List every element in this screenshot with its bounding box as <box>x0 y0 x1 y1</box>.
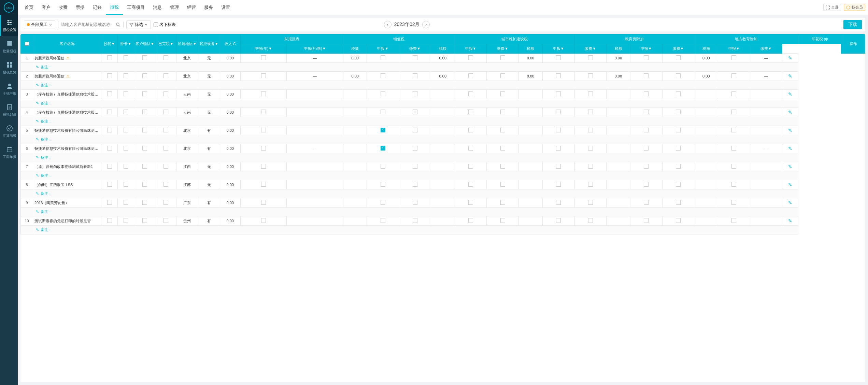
empty-checkbox[interactable] <box>124 128 128 132</box>
empty-checkbox[interactable] <box>676 200 681 205</box>
local-jiao-cell[interactable] <box>662 216 694 226</box>
th-huaka[interactable]: 滑卡▼ <box>118 34 134 54</box>
checked-checkbox[interactable] <box>381 128 385 132</box>
city-shen-cell[interactable] <box>455 216 487 226</box>
vat-shen-cell[interactable] <box>367 198 399 208</box>
stamp-shen-cell[interactable] <box>718 144 750 153</box>
empty-checkbox[interactable] <box>731 110 736 114</box>
empty-checkbox[interactable] <box>731 146 736 151</box>
city-shen-cell[interactable] <box>455 180 487 189</box>
empty-checkbox[interactable] <box>413 182 417 187</box>
empty-checkbox[interactable] <box>556 110 561 114</box>
edu-jiao-cell[interactable] <box>574 54 607 63</box>
ops-cell[interactable]: ✎ <box>782 216 798 226</box>
empty-checkbox[interactable] <box>731 200 736 205</box>
note-cell[interactable]: ✎ 备注： <box>33 81 798 90</box>
empty-checkbox[interactable] <box>644 55 649 60</box>
ops-cell[interactable]: ✎ <box>782 54 798 63</box>
edu-shen-cell[interactable] <box>542 216 574 226</box>
local-shen-cell[interactable] <box>630 108 662 117</box>
empty-checkbox[interactable] <box>588 73 593 78</box>
vat-jiao-cell[interactable] <box>399 216 431 226</box>
city-jiao-cell[interactable] <box>487 72 519 81</box>
empty-checkbox[interactable] <box>124 73 128 78</box>
empty-checkbox[interactable] <box>163 218 168 223</box>
sidebar-item-clearance[interactable]: 汇算清缴 <box>0 121 18 142</box>
city-shen-cell[interactable] <box>455 144 487 153</box>
confirm-cell[interactable] <box>134 54 156 63</box>
empty-checkbox[interactable] <box>556 91 561 96</box>
note-cell[interactable]: ✎ 备注： <box>33 117 798 126</box>
empty-checkbox[interactable] <box>500 218 505 223</box>
fin-year-cell[interactable] <box>240 144 286 153</box>
sidebar-item-batch-tax[interactable]: 批量报税 <box>0 36 18 57</box>
huaka-cell[interactable] <box>118 180 134 189</box>
city-jiao-cell[interactable] <box>487 126 519 135</box>
note-cell[interactable]: ✎ 备注： <box>33 189 798 198</box>
th-city-jiao[interactable]: 缴费▼ <box>487 44 519 54</box>
empty-checkbox[interactable] <box>107 200 112 205</box>
empty-checkbox[interactable] <box>731 218 736 223</box>
stamp-shen-cell[interactable] <box>718 72 750 81</box>
city-jiao-cell[interactable] <box>487 216 519 226</box>
chaoshu-cell[interactable] <box>101 72 118 81</box>
vat-jiao-cell[interactable] <box>399 72 431 81</box>
vat-shen-cell[interactable] <box>367 108 399 117</box>
empty-checkbox[interactable] <box>413 200 417 205</box>
paid-cell[interactable] <box>156 144 176 153</box>
confirm-cell[interactable] <box>134 180 156 189</box>
edu-shen-cell[interactable] <box>542 90 574 99</box>
empty-checkbox[interactable] <box>500 91 505 96</box>
empty-checkbox[interactable] <box>261 182 266 187</box>
ops-cell[interactable]: ✎ <box>782 144 798 153</box>
note-cell[interactable]: ✎ 备注： <box>33 171 798 180</box>
city-jiao-cell[interactable] <box>487 198 519 208</box>
empty-checkbox[interactable] <box>676 164 681 169</box>
empty-checkbox[interactable] <box>261 146 266 151</box>
chaoshu-cell[interactable] <box>101 216 118 226</box>
edu-shen-cell[interactable] <box>542 144 574 153</box>
edu-jiao-cell[interactable] <box>574 126 607 135</box>
nav-billing[interactable]: 收费 <box>55 0 72 15</box>
huaka-cell[interactable] <box>118 126 134 135</box>
th-local-jiao[interactable]: 缴费▼ <box>662 44 694 54</box>
nav-management[interactable]: 管理 <box>166 0 183 15</box>
empty-checkbox[interactable] <box>381 182 385 187</box>
nav-home[interactable]: 首页 <box>20 0 38 15</box>
fin-year-cell[interactable] <box>240 180 286 189</box>
note-cell[interactable]: ✎ 备注： <box>33 226 798 234</box>
edu-jiao-cell[interactable] <box>574 72 607 81</box>
note-cell[interactable]: ✎ 备注： <box>33 63 798 72</box>
nav-operations[interactable]: 经营 <box>183 0 200 15</box>
city-jiao-cell[interactable] <box>487 108 519 117</box>
empty-checkbox[interactable] <box>588 218 593 223</box>
sidebar-item-records[interactable]: 报税记录 <box>0 100 18 121</box>
empty-checkbox[interactable] <box>261 55 266 60</box>
edu-jiao-cell[interactable] <box>574 198 607 208</box>
city-shen-cell[interactable] <box>455 198 487 208</box>
edu-shen-cell[interactable] <box>542 198 574 208</box>
paid-cell[interactable] <box>156 108 176 117</box>
stamp-shen-cell[interactable] <box>718 162 750 171</box>
huaka-cell[interactable] <box>118 54 134 63</box>
huaka-cell[interactable] <box>118 216 134 226</box>
empty-checkbox[interactable] <box>731 182 736 187</box>
empty-checkbox[interactable] <box>124 146 128 151</box>
empty-checkbox[interactable] <box>261 110 266 114</box>
vat-shen-cell[interactable] <box>367 126 399 135</box>
empty-checkbox[interactable] <box>500 182 505 187</box>
th-local-shen[interactable]: 申报▼ <box>630 44 662 54</box>
nav-tax[interactable]: 报税 <box>106 0 123 15</box>
empty-checkbox[interactable] <box>468 55 473 60</box>
vat-jiao-cell[interactable] <box>399 162 431 171</box>
empty-checkbox[interactable] <box>163 128 168 132</box>
empty-checkbox[interactable] <box>500 164 505 169</box>
empty-checkbox[interactable] <box>413 218 417 223</box>
chaoshu-cell[interactable] <box>101 54 118 63</box>
huaka-cell[interactable] <box>118 144 134 153</box>
paid-cell[interactable] <box>156 162 176 171</box>
name-list-checkbox[interactable] <box>154 23 158 27</box>
empty-checkbox[interactable] <box>468 146 473 151</box>
local-jiao-cell[interactable] <box>662 162 694 171</box>
local-shen-cell[interactable] <box>630 126 662 135</box>
